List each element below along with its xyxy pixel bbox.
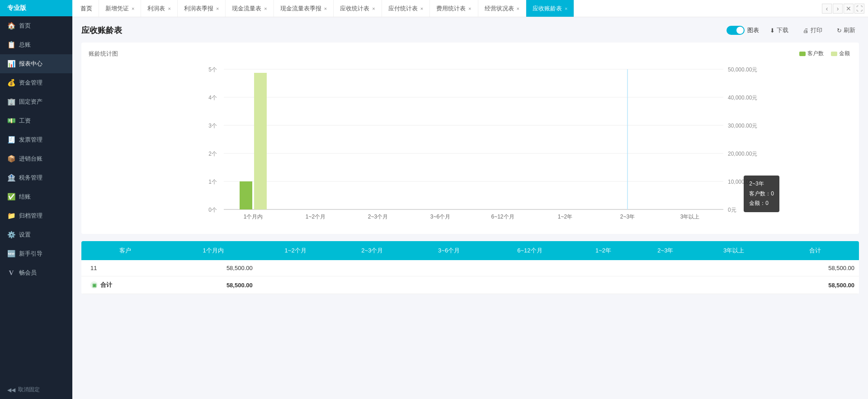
ledger-icon: 📋 <box>7 41 15 49</box>
cell-y3plus <box>697 260 771 276</box>
tab-voucher[interactable]: 新增凭证 × <box>99 0 141 17</box>
col-m3-6: 3~6个月 <box>410 241 487 260</box>
chart-toggle-label: 图表 <box>747 26 759 34</box>
tab-expense-stat-close[interactable]: × <box>468 6 471 11</box>
sidebar-item-asset[interactable]: 🏢 固定资产 <box>0 92 72 111</box>
sidebar-item-fund[interactable]: 💰 资金管理 <box>0 73 72 92</box>
guide-icon: 🆕 <box>7 250 15 258</box>
svg-text:1~2个月: 1~2个月 <box>306 214 326 220</box>
chart-toggle[interactable] <box>726 26 745 35</box>
total-m2-3 <box>334 276 411 294</box>
sidebar-item-label: 结账 <box>19 193 31 201</box>
tab-payable-stat-close[interactable]: × <box>420 6 423 11</box>
total-total: 58,500.00 <box>771 276 859 294</box>
sidebar-item-label: 固定资产 <box>19 98 42 106</box>
sidebar-item-home[interactable]: 🏠 首页 <box>0 16 72 35</box>
cell-m2-3 <box>334 260 411 276</box>
tab-bar: 首页 新增凭证 × 利润表 × 利润表季报 × 现金流量表 × 现金流量表季报 … <box>72 0 868 17</box>
unpin-button[interactable]: ◀◀ 取消固定 <box>0 380 72 399</box>
total-label: 合计 <box>100 281 112 289</box>
cell-y1-2 <box>572 260 634 276</box>
sidebar-item-label: 畅会员 <box>19 269 37 277</box>
total-y3plus <box>697 276 771 294</box>
total-icon: ▣ <box>90 281 98 289</box>
bar-amount-1[interactable] <box>254 73 267 209</box>
stock-icon: 📦 <box>7 155 15 163</box>
download-icon: ⬇ <box>770 27 775 34</box>
settings-icon: ⚙️ <box>7 231 15 239</box>
vip-icon: V <box>7 269 15 277</box>
tab-close-all-button[interactable]: ✕ <box>844 4 854 14</box>
sidebar-item-tax[interactable]: 🏦 税务管理 <box>0 168 72 187</box>
tab-expense-stat[interactable]: 费用统计表 × <box>430 0 478 17</box>
tab-cashflow-close[interactable]: × <box>264 6 267 11</box>
svg-text:10,000.00元: 10,000.00元 <box>728 179 757 185</box>
svg-text:1~2年: 1~2年 <box>558 214 572 220</box>
sidebar-item-label: 归档管理 <box>19 212 42 220</box>
svg-text:4个: 4个 <box>208 95 217 101</box>
svg-text:6~12个月: 6~12个月 <box>491 214 514 220</box>
tab-navigation: ‹ › ✕ ⛶ <box>820 4 866 14</box>
sidebar-item-invoice[interactable]: 🧾 发票管理 <box>0 130 72 149</box>
refresh-button[interactable]: ↻ 刷新 <box>833 24 859 36</box>
salary-icon: 💵 <box>7 117 15 125</box>
sidebar-item-vip[interactable]: V 畅会员 <box>0 263 72 282</box>
tab-cashflow-label: 现金流量表 <box>232 5 261 13</box>
sidebar-item-settings[interactable]: ⚙️ 设置 <box>0 225 72 244</box>
col-y2-3: 2~3年 <box>634 241 696 260</box>
tab-operation-close[interactable]: × <box>517 6 519 11</box>
print-icon: 🖨 <box>803 27 809 34</box>
tab-aging-close[interactable]: × <box>565 6 567 11</box>
cell-m3-6 <box>410 260 487 276</box>
sidebar-item-stock[interactable]: 📦 进销台账 <box>0 149 72 168</box>
sidebar-item-label: 进销台账 <box>19 155 42 163</box>
tab-receivable-stat[interactable]: 应收统计表 × <box>334 0 382 17</box>
total-m1-2 <box>257 276 334 294</box>
sidebar-item-salary[interactable]: 💵 工资 <box>0 111 72 130</box>
tab-profit-quarterly-close[interactable]: × <box>216 6 219 11</box>
tab-operation[interactable]: 经营状况表 × <box>478 0 526 17</box>
unpin-icon: ◀◀ <box>7 387 15 393</box>
svg-text:0个: 0个 <box>208 207 217 213</box>
print-button[interactable]: 🖨 打印 <box>799 24 826 36</box>
cell-y2-3 <box>634 260 696 276</box>
svg-text:30,000.00元: 30,000.00元 <box>728 123 757 129</box>
bar-chart-svg: 0个 1个 2个 3个 4个 5个 0元 10,000.00元 20,000.0… <box>89 62 852 225</box>
tab-profit-quarterly[interactable]: 利润表季报 × <box>178 0 226 17</box>
total-row: ▣ 合计 58,500.00 58,500.00 <box>81 276 859 294</box>
tab-home[interactable]: 首页 <box>74 0 99 17</box>
chart-container: 账龄统计图 客户数 金额 0个 1个 2个 3个 4个 <box>81 43 859 234</box>
main-area: 首页 新增凭证 × 利润表 × 利润表季报 × 现金流量表 × 现金流量表季报 … <box>72 0 868 399</box>
sidebar-item-settle[interactable]: ✅ 结账 <box>0 187 72 206</box>
tab-payable-stat[interactable]: 应付统计表 × <box>382 0 430 17</box>
aging-table: 客户 1个月内 1~2个月 2~3个月 3~6个月 6~12个月 1~2年 2~… <box>81 241 859 294</box>
svg-text:3个: 3个 <box>208 123 217 129</box>
download-button[interactable]: ⬇ 下载 <box>766 24 792 36</box>
tab-cashflow-quarterly-label: 现金流量表季报 <box>280 5 321 13</box>
sidebar-item-archive[interactable]: 📁 归档管理 <box>0 206 72 225</box>
tab-profit[interactable]: 利润表 × <box>141 0 177 17</box>
sidebar-item-guide[interactable]: 🆕 新手引导 <box>0 244 72 263</box>
svg-text:20,000.00元: 20,000.00元 <box>728 151 757 157</box>
tab-cashflow[interactable]: 现金流量表 × <box>226 0 274 17</box>
col-y3plus: 3年以上 <box>697 241 771 260</box>
tab-receivable-stat-close[interactable]: × <box>372 6 375 11</box>
tab-expand-button[interactable]: ⛶ <box>854 4 864 14</box>
chart-toggle-wrap: 图表 <box>726 26 759 35</box>
page-content: 应收账龄表 图表 ⬇ 下载 🖨 打印 ↻ 刷新 <box>72 17 868 399</box>
sidebar-item-ledger[interactable]: 📋 总账 <box>0 35 72 54</box>
sidebar-item-label: 工资 <box>19 117 31 125</box>
tab-next-button[interactable]: › <box>833 4 843 14</box>
legend-amount: 金额 <box>831 50 850 57</box>
total-m6-12 <box>487 276 572 294</box>
total-y2-3 <box>634 276 696 294</box>
sidebar-item-report[interactable]: 📊 报表中心 <box>0 54 72 73</box>
tab-aging[interactable]: 应收账龄表 × <box>526 0 574 17</box>
tab-voucher-close[interactable]: × <box>132 6 134 11</box>
tab-profit-close[interactable]: × <box>168 6 170 11</box>
tab-cashflow-quarterly-close[interactable]: × <box>324 6 327 11</box>
page-header: 应收账龄表 图表 ⬇ 下载 🖨 打印 ↻ 刷新 <box>81 24 859 36</box>
tab-prev-button[interactable]: ‹ <box>822 4 832 14</box>
bar-customers-1[interactable] <box>240 181 252 209</box>
tab-cashflow-quarterly[interactable]: 现金流量表季报 × <box>274 0 334 17</box>
